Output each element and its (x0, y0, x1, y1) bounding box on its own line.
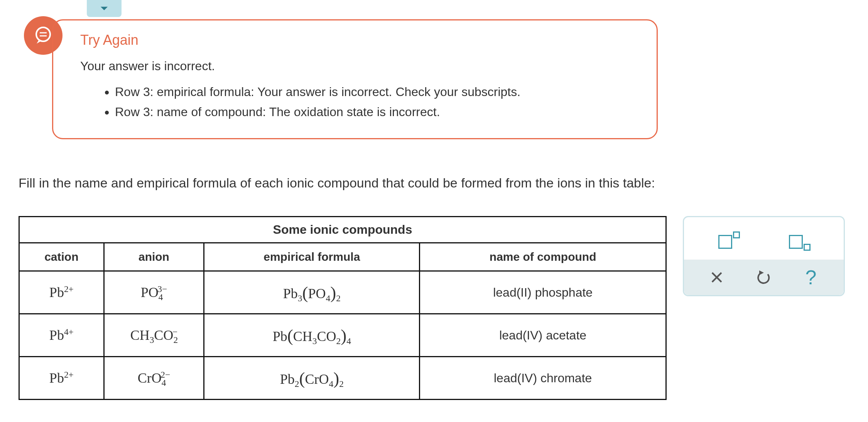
feedback-list: Row 3: empirical formula: Your answer is… (80, 83, 633, 121)
header-name: name of compound (420, 243, 666, 271)
superscript-icon (718, 235, 739, 249)
compound-table: Some ionic compounds cation anion empiri… (19, 216, 667, 400)
undo-button[interactable] (740, 260, 787, 295)
feedback-title: Try Again (80, 32, 633, 48)
header-cation: cation (19, 243, 104, 271)
name-cell[interactable]: lead(IV) chromate (420, 357, 666, 400)
header-formula: empirical formula (204, 243, 420, 271)
name-cell[interactable]: lead(IV) acetate (420, 314, 666, 357)
clear-button[interactable] (693, 260, 740, 295)
anion-cell: CH3CO2− (104, 314, 204, 357)
table-row: Pb2+ PO43− Pb3(PO4)2 lead(II) phosphate (19, 271, 666, 314)
table-row: Pb2+ CrO42− Pb2(CrO4)2 lead(IV) chromate (19, 357, 666, 400)
feedback-item: Row 3: empirical formula: Your answer is… (115, 83, 633, 101)
svg-marker-0 (101, 7, 108, 10)
feedback-message: Your answer is incorrect. (80, 59, 633, 73)
tool-row-bottom: ? (684, 260, 844, 295)
anion-cell: CrO42− (104, 357, 204, 400)
feedback-box: Try Again Your answer is incorrect. Row … (52, 19, 658, 139)
svg-point-1 (36, 27, 50, 41)
cation-cell: Pb4+ (19, 314, 104, 357)
feedback-item: Row 3: name of compound: The oxidation s… (115, 103, 633, 121)
header-anion: anion (104, 243, 204, 271)
subscript-icon (789, 235, 810, 249)
formula-cell[interactable]: Pb(CH3CO2)4 (204, 314, 420, 357)
formula-cell[interactable]: Pb2(CrO4)2 (204, 357, 420, 400)
name-cell[interactable]: lead(II) phosphate (420, 271, 666, 314)
tool-row-top (693, 224, 834, 260)
instruction-text: Fill in the name and empirical formula o… (19, 176, 655, 191)
chevron-down-icon (100, 6, 108, 11)
close-icon (709, 270, 724, 285)
dropdown-tab[interactable] (87, 0, 122, 17)
table-row: Pb4+ CH3CO2− Pb(CH3CO2)4 lead(IV) acetat… (19, 314, 666, 357)
table-title: Some ionic compounds (19, 217, 666, 243)
svg-marker-6 (759, 270, 764, 275)
chat-icon (34, 26, 53, 45)
cation-cell: Pb2+ (19, 357, 104, 400)
tool-panel: ? (683, 216, 845, 296)
superscript-button[interactable] (693, 224, 764, 260)
formula-cell[interactable]: Pb3(PO4)2 (204, 271, 420, 314)
help-button[interactable]: ? (787, 260, 834, 295)
subscript-button[interactable] (764, 224, 834, 260)
cation-cell: Pb2+ (19, 271, 104, 314)
help-icon: ? (806, 266, 817, 289)
anion-cell: PO43− (104, 271, 204, 314)
undo-icon (756, 270, 772, 285)
